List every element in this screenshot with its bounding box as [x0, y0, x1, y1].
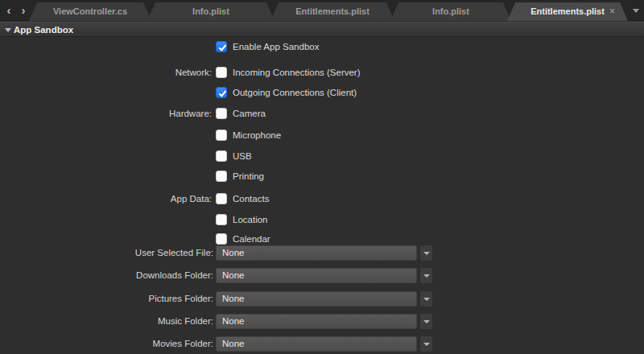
dropdown-value: None — [222, 337, 245, 351]
checkbox-printing[interactable] — [216, 171, 227, 182]
checkbox-incoming-connections[interactable] — [216, 67, 227, 78]
group-label: Network: — [48, 67, 212, 79]
dropdown-arrow-button[interactable] — [420, 291, 432, 307]
group-label: App Data: — [48, 193, 212, 205]
app-sandbox-section-header[interactable]: App Sandbox — [0, 22, 644, 37]
tab-label: Info.plist — [192, 6, 229, 16]
music-folder-dropdown[interactable]: None — [216, 314, 417, 329]
form-row: Movies Folder: None — [0, 336, 644, 352]
checkbox-label[interactable]: Outgoing Connections (Client) — [233, 87, 357, 99]
tab-overflow-chevron-down-icon[interactable] — [633, 9, 639, 13]
chevron-down-icon — [423, 252, 430, 255]
user-selected-file-dropdown[interactable]: None — [216, 245, 417, 261]
section-title: App Sandbox — [14, 23, 73, 37]
chevron-down-icon — [423, 274, 430, 278]
form-row: Network: Incoming Connections (Server) — [0, 67, 644, 79]
movies-folder-dropdown[interactable]: None — [216, 336, 417, 352]
checkbox-label[interactable]: Printing — [233, 171, 264, 183]
dropdown-label: Music Folder: — [48, 314, 213, 329]
dropdown-label: Pictures Folder: — [48, 291, 213, 307]
disclosure-triangle-icon[interactable] — [5, 28, 11, 32]
dropdown-value: None — [222, 292, 245, 306]
dropdown-arrow-button[interactable] — [420, 336, 432, 352]
tab-label: Info.plist — [432, 6, 469, 16]
checkbox-usb[interactable] — [216, 150, 227, 162]
checkbox-label[interactable]: Location — [233, 214, 267, 226]
checkbox-label[interactable]: Camera — [233, 108, 266, 120]
dropdown-arrow-button[interactable] — [420, 245, 432, 261]
back-icon[interactable]: ‹ — [2, 1, 15, 20]
form-row: App Data: Contacts — [0, 193, 644, 205]
close-icon[interactable]: × — [609, 2, 615, 21]
entitlements-editor-window: ‹ › ViewController.cs Info.plist Entitle… — [0, 0, 644, 354]
form-row: Downloads Folder: None — [0, 268, 644, 283]
group-label: Hardware: — [48, 108, 212, 120]
form-row: Pictures Folder: None — [0, 291, 644, 307]
checkbox-outgoing-connections[interactable] — [216, 87, 227, 98]
dropdown-label: User Selected File: — [48, 245, 213, 261]
checkbox-label[interactable]: Contacts — [233, 193, 269, 205]
form-row: Printing — [0, 171, 644, 183]
form-row: Location — [0, 214, 644, 226]
tab-label: Entitlements.plist — [530, 6, 605, 16]
checkbox-label[interactable]: Enable App Sandbox — [233, 41, 319, 53]
dropdown-value: None — [222, 269, 245, 282]
checkbox-label[interactable]: Calendar — [233, 233, 270, 245]
chevron-down-icon — [423, 298, 430, 301]
dropdown-arrow-button[interactable] — [420, 314, 432, 329]
checkbox-contacts[interactable] — [216, 193, 227, 204]
tab-label: Entitlements.plist — [295, 6, 369, 16]
chevron-down-icon — [423, 343, 430, 346]
form-row: Enable App Sandbox — [0, 41, 644, 53]
tab-info-plist-1[interactable]: Info.plist — [147, 2, 275, 21]
dropdown-label: Movies Folder: — [48, 336, 213, 352]
pictures-folder-dropdown[interactable]: None — [216, 291, 417, 307]
form-row: Hardware: Camera — [0, 108, 644, 120]
tab-entitlements-plist-2[interactable]: Entitlements.plist × — [507, 2, 628, 21]
tab-entitlements-plist-1[interactable]: Entitlements.plist — [270, 2, 394, 21]
dropdown-value: None — [222, 246, 245, 260]
dropdown-arrow-button[interactable] — [420, 268, 432, 283]
dropdown-label: Downloads Folder: — [48, 268, 213, 283]
dropdown-value: None — [222, 315, 245, 328]
checkbox-label[interactable]: USB — [233, 150, 252, 163]
form-row: Microphone — [0, 130, 644, 142]
tab-viewcontroller-cs[interactable]: ViewController.cs — [29, 2, 151, 21]
checkbox-label[interactable]: Microphone — [233, 130, 281, 142]
checkbox-enable-app-sandbox[interactable] — [216, 41, 227, 52]
navigation-buttons: ‹ › — [0, 0, 32, 21]
tab-bar: ‹ › ViewController.cs Info.plist Entitle… — [0, 0, 644, 21]
form-row: User Selected File: None — [0, 245, 644, 261]
tab-info-plist-2[interactable]: Info.plist — [390, 2, 511, 21]
form-row: Music Folder: None — [0, 314, 644, 329]
checkbox-microphone[interactable] — [216, 130, 227, 141]
chevron-down-icon — [423, 320, 430, 323]
form-row: Outgoing Connections (Client) — [0, 87, 644, 99]
checkbox-camera[interactable] — [216, 108, 227, 119]
form-row: USB — [0, 150, 644, 163]
downloads-folder-dropdown[interactable]: None — [216, 268, 417, 283]
forward-icon[interactable]: › — [17, 1, 30, 20]
checkbox-label[interactable]: Incoming Connections (Server) — [233, 67, 361, 79]
form-row: Calendar — [0, 233, 644, 245]
checkbox-location[interactable] — [216, 214, 227, 225]
checkbox-calendar[interactable] — [216, 233, 227, 245]
tab-label: ViewController.cs — [53, 6, 127, 16]
